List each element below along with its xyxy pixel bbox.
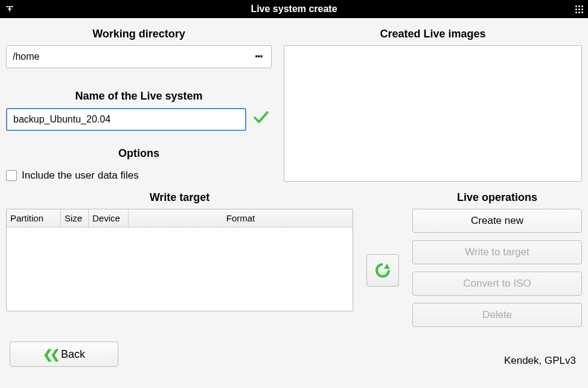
th-device[interactable]: Device <box>89 209 129 227</box>
include-user-data-checkbox[interactable] <box>6 170 17 181</box>
checkmark-icon <box>250 107 272 132</box>
created-images-label: Created Live images <box>284 28 582 40</box>
titlebar-apps-icon[interactable] <box>575 5 583 13</box>
back-button-label: Back <box>61 348 85 361</box>
refresh-button[interactable] <box>366 254 399 287</box>
back-chevrons-icon: ❮❮ <box>43 347 57 361</box>
live-operations-label: Live operations <box>412 191 582 204</box>
write-to-target-button[interactable]: Write to target <box>412 240 582 264</box>
th-partition[interactable]: Partition <box>7 209 61 227</box>
include-user-data-label: Include the user data files <box>22 170 139 182</box>
working-directory-input[interactable] <box>6 45 272 68</box>
window-title: Live system create <box>251 4 337 14</box>
created-images-listbox[interactable] <box>284 45 582 182</box>
titlebar-menu-icon[interactable] <box>5 4 14 14</box>
th-format[interactable]: Format <box>129 209 353 227</box>
titlebar: Live system create <box>0 0 588 18</box>
write-target-label: Write target <box>6 191 353 204</box>
write-target-table[interactable]: Partition Size Device Format <box>6 209 353 311</box>
back-button[interactable]: ❮❮ Back <box>10 342 118 367</box>
live-name-label: Name of the Live system <box>6 90 272 103</box>
convert-to-iso-button[interactable]: Convert to ISO <box>412 272 582 296</box>
table-header: Partition Size Device Format <box>7 209 353 227</box>
working-directory-label: Working directory <box>6 28 272 40</box>
options-label: Options <box>6 147 272 160</box>
delete-button[interactable]: Delete <box>412 303 582 327</box>
create-new-button[interactable]: Create new <box>412 209 582 233</box>
live-name-input[interactable] <box>6 108 246 131</box>
footer-text: Kendek, GPLv3 <box>504 355 582 367</box>
browse-button[interactable]: ... <box>252 45 264 61</box>
th-size[interactable]: Size <box>61 209 89 227</box>
